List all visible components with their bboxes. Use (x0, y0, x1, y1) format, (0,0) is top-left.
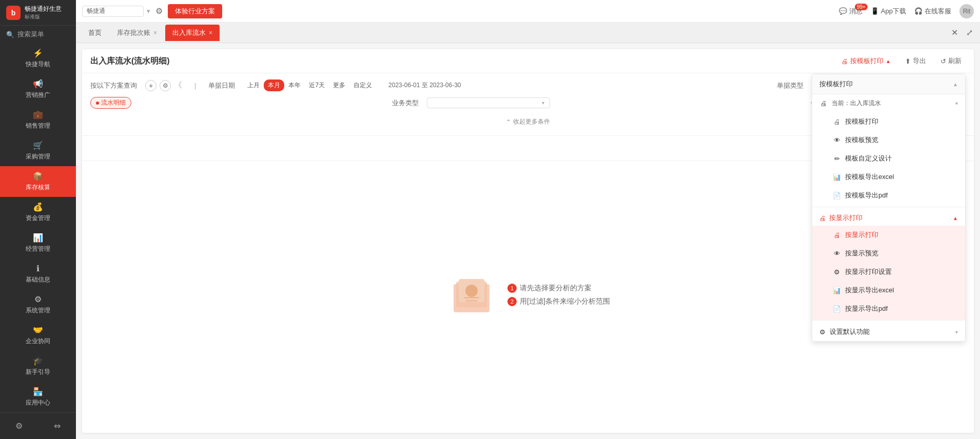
sidebar-settings-button[interactable]: ⚙ (12, 418, 26, 434)
svg-rect-5 (465, 300, 478, 302)
sidebar-item-kuaijie[interactable]: ⚡ 快捷导航 (0, 43, 76, 74)
tab-home[interactable]: 首页 (81, 25, 109, 41)
date-btn-more[interactable]: 更多 (329, 79, 349, 91)
dropdown-current-template[interactable]: 🖨 当前：出入库流水 ▾ (812, 94, 965, 112)
sidebar-bottom: ⚙ ⇔ (0, 412, 76, 439)
display-section-header: 🖨 按显示打印 ▲ (812, 209, 965, 226)
tab-inventory-batch[interactable]: 库存批次账 × (110, 25, 164, 41)
sidebar-item-caigou[interactable]: 🛒 采购管理 (0, 135, 76, 166)
message-badge: 99+ (855, 4, 868, 10)
message-button[interactable]: 💬 消息 99+ (839, 7, 863, 16)
tab-inout-flow-close[interactable]: × (209, 30, 212, 36)
display-section-arrow[interactable]: ▲ (953, 215, 958, 221)
current-template-arrow: ▾ (955, 101, 958, 106)
export-icon: ⬆ (905, 57, 911, 65)
page-header: 出入库流水(流水明细) 🖨 按模板打印 ▲ ⬆ 导出 ↺ 刷新 (82, 49, 974, 73)
set-default-icon: ⚙ (819, 328, 826, 336)
maximize-window-button[interactable]: ⤢ (964, 27, 975, 38)
tab-inventory-batch-close[interactable]: × (153, 30, 157, 36)
filter-collapse-button[interactable]: 《 (174, 80, 182, 91)
dropdown-display-print-settings[interactable]: ⚙ 按显示打印设置 (812, 263, 965, 281)
nav-icon-xiaoshou: 💼 (33, 110, 43, 119)
sidebar-item-jingying[interactable]: 📊 经营管理 (0, 228, 76, 258)
account-dropdown-icon[interactable]: ▾ (147, 7, 150, 15)
dropdown-template-export-excel[interactable]: 📊 按模板导出excel (812, 168, 965, 186)
svg-point-3 (465, 285, 478, 297)
sidebar-nav: ⚡ 快捷导航 📢 营销推广 💼 销售管理 🛒 采购管理 📦 库存核算 💰 资金管… (0, 43, 76, 412)
page-panel: 出入库流水(流水明细) 🖨 按模板打印 ▲ ⬆ 导出 ↺ 刷新 (82, 49, 974, 433)
sidebar-item-xitong[interactable]: ⚙ 系统管理 (0, 289, 76, 320)
dropdown-template-custom[interactable]: ✏ 模板自定义设计 (812, 149, 965, 168)
date-btn-this-month[interactable]: 本月 (264, 79, 284, 91)
step1-num: 1 (507, 284, 517, 293)
content-area: 出入库流水(流水明细) 🖨 按模板打印 ▲ ⬆ 导出 ↺ 刷新 (76, 43, 980, 439)
search-icon: 🔍 (6, 31, 14, 38)
dropdown-template-print[interactable]: 🖨 按模板打印 (812, 112, 965, 131)
dropdown-template-preview[interactable]: 👁 按模板预览 (812, 131, 965, 149)
template-print-section: 🖨 按模板打印 👁 按模板预览 ✏ 模板自定义设计 📊 按模板导出excel (812, 112, 965, 207)
headset-icon: 🎧 (914, 7, 923, 15)
business-type-select[interactable]: ▾ (427, 97, 550, 108)
template-custom-icon: ✏ (833, 154, 841, 163)
sidebar-item-jichu[interactable]: ℹ 基础信息 (0, 258, 76, 289)
sidebar-item-xiaoshou[interactable]: 💼 销售管理 (0, 105, 76, 135)
sidebar-item-yingyong[interactable]: 🏪 应用中心 (0, 382, 76, 412)
tabs-bar: 首页 库存批次账 × 出入库流水 × ✕ ⤢ (76, 23, 980, 43)
sidebar: b 畅捷通好生意 标准版 🔍 搜索菜单 ⚡ 快捷导航 📢 营销推广 💼 销售管理… (0, 0, 76, 439)
filter-setting-button[interactable]: ⚙ (160, 80, 171, 91)
dropdown-display-print[interactable]: 🖨 按显示打印 (812, 226, 965, 244)
user-avatar[interactable]: Rit (959, 4, 974, 18)
sidebar-item-qiyexietong[interactable]: 🤝 企业协同 (0, 320, 76, 351)
topbar-gear-icon[interactable]: ⚙ (155, 6, 163, 16)
export-button[interactable]: ⬆ 导出 (901, 54, 930, 68)
template-excel-icon: 📊 (833, 173, 841, 181)
online-service-button[interactable]: 🎧 在线客服 (914, 7, 951, 16)
display-print-icon: 🖨 (833, 231, 841, 239)
chevron-up-icon: ⌃ (506, 118, 511, 126)
date-btn-7days[interactable]: 近7天 (305, 79, 329, 91)
account-input[interactable] (82, 6, 144, 17)
app-download-button[interactable]: 📱 App下载 (871, 7, 906, 16)
nav-icon-qiyexietong: 🤝 (33, 325, 43, 335)
sidebar-item-yingxiao[interactable]: 📢 营销推广 (0, 74, 76, 105)
refresh-button[interactable]: ↺ 刷新 (936, 54, 966, 68)
date-btn-this-year[interactable]: 本年 (284, 79, 305, 91)
display-excel-icon: 📊 (833, 286, 841, 294)
dropdown-display-preview[interactable]: 👁 按显示预览 (812, 244, 965, 263)
topbar: ▾ ⚙ 体验行业方案 💬 消息 99+ 📱 App下载 🎧 在线客服 Rit (76, 0, 980, 23)
dropdown-header: 按模板打印 ▲ (812, 74, 965, 94)
app-logo-icon: b (6, 6, 21, 20)
template-pdf-icon: 📄 (833, 191, 841, 199)
nav-icon-kuaijie: ⚡ (33, 48, 43, 58)
dropdown-display-export-pdf[interactable]: 📄 按显示导出pdf (812, 300, 965, 318)
sidebar-logo: b 畅捷通好生意 标准版 (0, 0, 76, 26)
empty-text: 1 请先选择要分析的方案 2 用[过滤]条件来缩小分析范围 (507, 284, 610, 310)
page-title: 出入库流水(流水明细) (90, 56, 170, 67)
sidebar-item-zijin[interactable]: 💰 资金管理 (0, 197, 76, 228)
dropdown-collapse-arrow[interactable]: ▲ (953, 82, 958, 87)
voucher-tag: 流水明细 (90, 97, 131, 109)
industry-solution-button[interactable]: 体验行业方案 (168, 4, 222, 18)
business-type-arrow: ▾ (542, 100, 544, 106)
tab-inout-flow[interactable]: 出入库流水 × (165, 25, 220, 41)
phone-icon: 📱 (871, 7, 879, 15)
empty-illustration (446, 271, 497, 323)
sidebar-expand-button[interactable]: ⇔ (51, 418, 64, 434)
business-type-label: 业务类型 (392, 98, 419, 108)
filter-label: 按以下方案查询 (90, 81, 137, 90)
refresh-icon: ↺ (940, 57, 946, 65)
current-template-icon: 🖨 (819, 99, 828, 108)
dropdown-set-default[interactable]: ⚙ 设置默认功能 ▾ (812, 323, 965, 341)
sidebar-item-xinshou[interactable]: 🎓 新手引导 (0, 351, 76, 382)
date-btn-last-month[interactable]: 上月 (243, 79, 264, 91)
close-window-button[interactable]: ✕ (949, 27, 960, 38)
dropdown-display-export-excel[interactable]: 📊 按显示导出excel (812, 281, 965, 300)
sidebar-search-menu[interactable]: 🔍 搜索菜单 (0, 26, 76, 43)
filter-add-button[interactable]: + (145, 80, 156, 91)
date-btn-custom[interactable]: 自定义 (349, 79, 376, 91)
dropdown-template-export-pdf[interactable]: 📄 按模板导出pdf (812, 186, 965, 205)
sidebar-item-kucun[interactable]: 📦 库存核算 (0, 166, 76, 197)
nav-icon-zijin: 💰 (33, 202, 43, 212)
print-template-button[interactable]: 🖨 按模板打印 ▲ (837, 54, 895, 68)
printer-icon: 🖨 (841, 57, 848, 65)
